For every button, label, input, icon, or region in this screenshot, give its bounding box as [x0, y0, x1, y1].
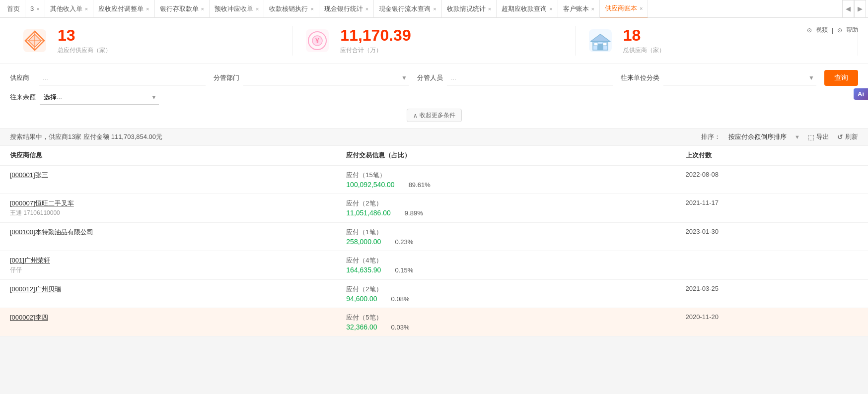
tx-amount[interactable]: 164,635.90 — [346, 266, 381, 274]
ai-badge[interactable]: Ai — [854, 88, 868, 100]
sort-value[interactable]: 按应付余额倒序排序 — [728, 132, 787, 141]
collapse-button[interactable]: ∧ 收起更多条件 — [407, 109, 462, 122]
tx-amount[interactable]: 258,000.00 — [346, 238, 381, 246]
nav-tab-cash-flow[interactable]: 现金银行流水查询 × — [374, 0, 441, 18]
table-row: [000007]恒旺二手叉车王通 17106110000应付（2笔）11,051… — [0, 194, 868, 223]
supplier-link[interactable]: [000002]李四 — [10, 314, 48, 321]
supplier-link[interactable]: [000012]广州贝瑞 — [10, 285, 61, 293]
nav-tab-other-income-label: 其他收入单 — [50, 4, 82, 13]
dept-filter-select-wrap: ▼ — [243, 70, 409, 85]
tx-label: 应付（4笔） — [346, 256, 665, 265]
tx-amount-row: 258,000.000.23% — [346, 237, 665, 246]
nav-tab-collection-stat[interactable]: 收款情况统计 × — [442, 0, 497, 18]
supplier-link[interactable]: [000001]张三 — [10, 171, 48, 179]
stat-info-total-payable: 11,170.39 应付合计（万） — [340, 27, 411, 55]
nav-tab-supplier-ledger-label: 供应商账本 — [605, 4, 637, 13]
stat-info-suppliers: 13 总应付供应商（家） — [58, 27, 111, 55]
category-filter-select[interactable] — [663, 70, 816, 85]
help-link[interactable]: 帮助 — [846, 26, 858, 34]
refresh-button[interactable]: ↺ 刷新 — [837, 132, 858, 141]
row-spacer — [848, 223, 868, 251]
nav-tab-other-income[interactable]: 其他收入单 × — [45, 0, 93, 18]
tx-amount[interactable]: 100,092,540.00 — [346, 181, 394, 189]
export-button[interactable]: ⬚ 导出 — [808, 132, 829, 141]
filter-person: 分管人员 — [417, 70, 613, 85]
supplier-link[interactable]: [000007]恒旺二手叉车 — [10, 199, 74, 207]
nav-tab-bank-deposit-close[interactable]: × — [201, 6, 204, 12]
nav-tab-advance-ar-label: 预收冲应收单 — [215, 4, 253, 13]
nav-tab-overdue-ar[interactable]: 超期应收款查询 × — [497, 0, 558, 18]
tx-amount[interactable]: 94,600.00 — [346, 295, 377, 303]
nav-tab-overdue-ar-close[interactable]: × — [549, 6, 552, 12]
search-button[interactable]: 查询 — [824, 70, 858, 86]
nav-tab-collection-stat-close[interactable]: × — [488, 6, 491, 12]
nav-tab-3[interactable]: 3 × — [25, 0, 45, 18]
last-payment-cell: 2021-03-25 — [676, 280, 848, 308]
supplier-info-cell: [000007]恒旺二手叉车王通 17106110000 — [0, 194, 336, 223]
tx-percent: 0.03% — [383, 324, 410, 331]
nav-tab-cash-bank-stat[interactable]: 现金银行统计 × — [319, 0, 374, 18]
table-row: [000001]张三应付（15笔）100,092,540.0089.61%202… — [0, 165, 868, 194]
supplier-link[interactable]: [000100]本特勤油品有限公司 — [10, 228, 93, 236]
nav-tab-bank-deposit[interactable]: 银行存取款单 × — [155, 0, 210, 18]
balance-filter-label: 往来余额 — [10, 93, 36, 102]
nav-tab-other-income-close[interactable]: × — [85, 6, 88, 12]
sort-chevron-icon[interactable]: ▼ — [795, 134, 800, 140]
main-content: 13 总应付供应商（家） ¥ 11,170.39 应付合计（万） — [0, 18, 868, 336]
tx-amount-row: 164,635.900.15% — [346, 265, 665, 274]
dept-filter-select[interactable] — [243, 70, 409, 85]
nav-tab-cash-bank-stat-close[interactable]: × — [365, 6, 368, 12]
filter-row-1: 供应商 分管部门 ▼ 分管人员 往来单位分类 — [10, 70, 858, 86]
stat-number-total-all-suppliers: 18 — [623, 27, 665, 44]
nav-tab-supplier-ledger[interactable]: 供应商账本 × — [600, 0, 648, 18]
tx-amount[interactable]: 32,366.00 — [346, 323, 377, 331]
stat-label-total-all-suppliers: 总供应商（家） — [623, 46, 665, 55]
tx-amount-row: 100,092,540.0089.61% — [346, 180, 665, 189]
table-row: [000012]广州贝瑞应付（2笔）94,600.000.08%2021-03-… — [0, 280, 868, 308]
top-right-links: ⊙ 视频 | ⊙ 帮助 — [807, 26, 858, 34]
nav-left-arrow[interactable]: ◀ — [842, 0, 854, 18]
nav-tab-supplier-ledger-close[interactable]: × — [640, 5, 643, 11]
nav-tab-customer-ledger[interactable]: 客户账本 × — [558, 0, 600, 18]
table-row: [001]广州荣轩仔仔应付（4笔）164,635.900.15% — [0, 251, 868, 280]
help-icon: ⊙ — [837, 27, 842, 34]
nav-tab-3-close[interactable]: × — [36, 6, 39, 12]
stat-number-suppliers: 13 — [58, 27, 111, 44]
tx-info-cell: 应付（5笔）32,366.000.03% — [336, 308, 675, 336]
nav-tab-collection-exec-close[interactable]: × — [310, 6, 313, 12]
video-link[interactable]: 视频 — [816, 26, 828, 34]
filter-balance: 往来余额 选择... ▼ — [10, 90, 159, 105]
stat-number-total-payable: 11,170.39 — [340, 27, 411, 44]
supplier-filter-input[interactable] — [39, 70, 206, 85]
person-filter-input[interactable] — [447, 70, 613, 85]
nav-tab-ar-ap-adjust-label: 应收应付调整单 — [98, 4, 144, 13]
tx-label: 应付（1笔） — [346, 228, 665, 237]
play-icon: ⊙ — [807, 27, 812, 34]
row-spacer — [848, 308, 868, 336]
balance-filter-select[interactable]: 选择... — [40, 90, 159, 105]
nav-tab-collection-exec-label: 收款核销执行 — [269, 4, 308, 13]
diamond-icon — [20, 26, 50, 56]
nav-tab-advance-ar-close[interactable]: × — [256, 6, 259, 12]
nav-tab-collection-exec[interactable]: 收款核销执行 × — [264, 0, 319, 18]
supplier-link[interactable]: [001]广州荣轩 — [10, 257, 50, 264]
tx-amount[interactable]: 11,051,486.00 — [346, 209, 391, 217]
nav-tab-advance-ar[interactable]: 预收冲应收单 × — [210, 0, 264, 18]
nav-tab-home[interactable]: 首页 — [2, 0, 25, 18]
nav-tab-ar-ap-adjust-close[interactable]: × — [146, 6, 149, 12]
svg-rect-15 — [591, 41, 610, 42]
nav-tab-cash-flow-close[interactable]: × — [433, 6, 436, 12]
balance-filter-select-wrap: 选择... ▼ — [40, 90, 159, 105]
nav-right-arrow[interactable]: ▶ — [854, 0, 866, 18]
svg-rect-14 — [603, 43, 607, 46]
table-container: 供应商信息 应付交易信息（占比） 上次付数 [000001]张三应付（15笔）1… — [0, 146, 868, 336]
last-payment-date: 2020-11-20 — [686, 313, 719, 321]
table-row: [000100]本特勤油品有限公司应付（1笔）258,000.000.23%20… — [0, 223, 868, 251]
row-spacer — [848, 165, 868, 194]
nav-tab-ar-ap-adjust[interactable]: 应收应付调整单 × — [93, 0, 154, 18]
table-body: [000001]张三应付（15笔）100,092,540.0089.61%202… — [0, 165, 868, 336]
filter-area: 供应商 分管部门 ▼ 分管人员 往来单位分类 — [0, 64, 868, 129]
nav-arrows: ◀ ▶ — [842, 0, 866, 18]
nav-tab-customer-ledger-close[interactable]: × — [591, 6, 594, 12]
header-spacer — [848, 146, 868, 165]
